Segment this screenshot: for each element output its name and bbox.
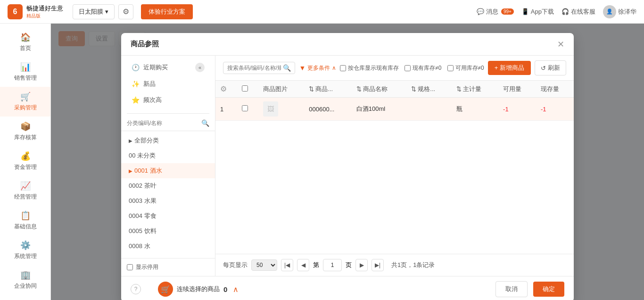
enterprise-icon: 🏢	[20, 270, 31, 280]
checkbox-available-nonzero-input[interactable]	[447, 65, 454, 71]
th-available: 可用量	[498, 81, 536, 98]
category-search-input[interactable]	[127, 120, 198, 126]
sidebar-item-label: 首页	[20, 44, 31, 52]
trial-button[interactable]: 体验行业方案	[141, 4, 193, 19]
headset-icon: 🎧	[561, 8, 569, 15]
checkbox-by-warehouse[interactable]: 按仓库显示现有库存	[340, 64, 399, 72]
last-page-button[interactable]: ▶|	[372, 259, 384, 271]
show-disabled-checkbox[interactable]	[127, 264, 133, 270]
page-number-input[interactable]	[323, 259, 342, 271]
sidebar-item-operations[interactable]: 📈 经营管理	[0, 176, 50, 206]
th-settings[interactable]: ⚙	[215, 81, 237, 98]
checkbox-stock-nonzero[interactable]: 现有库存≠0	[405, 64, 441, 72]
cell-seq: 1	[215, 98, 237, 121]
page-size-select[interactable]: 2050100	[251, 259, 277, 271]
first-page-button[interactable]: |◀	[281, 259, 293, 271]
sidebar-item-label: 采购管理	[14, 104, 37, 112]
category-item-0001[interactable]: ▶ 0001 酒水	[121, 163, 215, 178]
cell-code: 000600...	[304, 98, 352, 121]
th-unit[interactable]: ⇅ 主计量	[452, 81, 498, 98]
category-item-all[interactable]: ▶ 全部分类	[121, 133, 215, 148]
nav-right: 💬 消息 99+ 📱 App下载 🎧 在线客服 👤 徐泽华	[477, 5, 636, 18]
basic-icon: 📋	[20, 210, 31, 221]
online-service-nav[interactable]: 🎧 在线客服	[561, 8, 595, 16]
sidebar-item-capital[interactable]: 💰 资金管理	[0, 146, 50, 176]
cell-checkbox	[237, 98, 258, 121]
table-body: 1 🖼 000600... 白酒100ml 瓶	[215, 98, 574, 121]
search-icon[interactable]: 🔍	[283, 64, 291, 72]
page-info: 共1页，1条记录	[391, 261, 435, 269]
sidebar-item-sales[interactable]: 📊 销售管理	[0, 57, 50, 87]
message-icon: 💬	[477, 8, 484, 15]
cart-count: 0	[223, 285, 227, 293]
messages-nav[interactable]: 💬 消息 99+	[477, 8, 514, 16]
right-panel: 🔍 ▼ 更多条件 ∧ 按仓库显示现有库存	[215, 56, 574, 276]
product-search-input[interactable]	[227, 65, 281, 71]
category-item-0005[interactable]: 0005 饮料	[121, 224, 215, 239]
top-nav: 6 畅捷通好生意 精品版 日太阳膜 ▾ ⚙ 体验行业方案 💬 消息 99+ 📱 …	[0, 0, 644, 24]
cell-unit: 瓶	[452, 98, 498, 121]
next-page-button[interactable]: ▶	[355, 259, 368, 271]
purchase-icon: 🛒	[20, 92, 31, 102]
filter-button[interactable]: ▼ 更多条件 ∧	[299, 64, 336, 72]
checkbox-available-nonzero[interactable]: 可用库存≠0	[447, 64, 484, 72]
show-disabled-area: 显示停用	[121, 258, 215, 276]
category-search-icon[interactable]: 🔍	[201, 119, 209, 127]
pagination: 每页显示 2050100 |◀ ◀ 第 页 ▶ ▶| 共1页，1条记录	[215, 254, 574, 276]
logo-icon: 6	[8, 4, 23, 19]
th-name[interactable]: ⇅ 商品名称	[352, 81, 406, 98]
left-panel-tabs: 🕐 近期购买 « ✨ 新品 ⭐ 频次高	[121, 56, 215, 111]
divider	[127, 113, 209, 114]
sidebar-item-inventory[interactable]: 📦 库存核算	[0, 117, 50, 146]
tab-recent-purchase[interactable]: 🕐 近期购买 «	[127, 59, 209, 75]
table-row[interactable]: 1 🖼 000600... 白酒100ml 瓶	[215, 98, 574, 121]
category-item-0004[interactable]: 0004 零食	[121, 208, 215, 224]
collapse-left-button[interactable]: «	[195, 63, 205, 72]
sidebar-item-label: 系统管理	[14, 252, 37, 260]
help-icon[interactable]: ?	[131, 284, 141, 294]
sort-icon: ⇅	[356, 85, 362, 92]
app-download-nav[interactable]: 📱 App下载	[521, 8, 554, 16]
chevron-down-icon: ▾	[105, 8, 108, 15]
select-all-checkbox[interactable]	[242, 85, 248, 92]
row-checkbox[interactable]	[242, 105, 248, 111]
dialog-close-button[interactable]: ✕	[557, 40, 564, 49]
sidebar-item-home[interactable]: 🏠 首页	[0, 27, 50, 57]
prev-page-button[interactable]: ◀	[297, 259, 309, 271]
category-item-0010[interactable]: 0010 家电	[121, 254, 215, 258]
add-product-button[interactable]: + 新增商品	[488, 61, 531, 75]
th-spec[interactable]: ⇅ 规格...	[406, 81, 452, 98]
refresh-button[interactable]: ↺ 刷新	[535, 60, 566, 75]
category-item-00[interactable]: 00 未分类	[121, 148, 215, 163]
cancel-button[interactable]: 取消	[495, 281, 528, 297]
category-item-0002[interactable]: 0002 茶叶	[121, 178, 215, 193]
category-item-0003[interactable]: 0003 水果	[121, 193, 215, 208]
dialog-footer: ? 🛒 连续选择的商品 0 ∧ 取消 确定	[121, 276, 574, 300]
tab-frequent-label: 频次高	[143, 96, 162, 104]
operations-icon: 📈	[20, 181, 31, 191]
checkbox-by-warehouse-input[interactable]	[340, 65, 346, 71]
sidebar: 🏠 首页 📊 销售管理 🛒 采购管理 📦 库存核算 💰 资金管理 📈 经营管理 …	[0, 24, 51, 300]
checkbox-stock-nonzero-input[interactable]	[405, 65, 411, 71]
sidebar-item-basic[interactable]: 📋 基础信息	[0, 206, 50, 235]
th-code[interactable]: ⇅ 商品...	[304, 81, 352, 98]
product-table-wrap: ⚙ 商品图片	[215, 81, 574, 254]
settings-icon[interactable]: ⚙	[118, 4, 133, 19]
sidebar-item-system[interactable]: ⚙️ 系统管理	[0, 235, 50, 265]
page-suffix: 页	[346, 261, 352, 269]
sidebar-item-enterprise[interactable]: 🏢 企业协同	[0, 265, 50, 295]
th-checkbox	[237, 81, 258, 98]
arrow-icon: ▶	[129, 138, 132, 143]
confirm-button[interactable]: 确定	[533, 282, 564, 297]
company-dropdown[interactable]: 日太阳膜 ▾	[73, 4, 115, 19]
user-profile-nav[interactable]: 👤 徐泽华	[603, 5, 636, 18]
cart-area: 🛒 连续选择的商品 0 ∧	[158, 282, 239, 297]
tab-new-products[interactable]: ✨ 新品	[127, 76, 209, 92]
sidebar-item-label: 库存核算	[14, 133, 37, 142]
sidebar-item-purchase[interactable]: 🛒 采购管理	[0, 87, 50, 117]
tab-frequent[interactable]: ⭐ 频次高	[127, 92, 209, 108]
sales-icon: 📊	[20, 62, 31, 72]
collapse-cart-button[interactable]: ∧	[233, 285, 239, 294]
category-item-0008[interactable]: 0008 水	[121, 239, 215, 254]
sidebar-item-guide[interactable]: 🎯 新手引导	[0, 295, 50, 300]
